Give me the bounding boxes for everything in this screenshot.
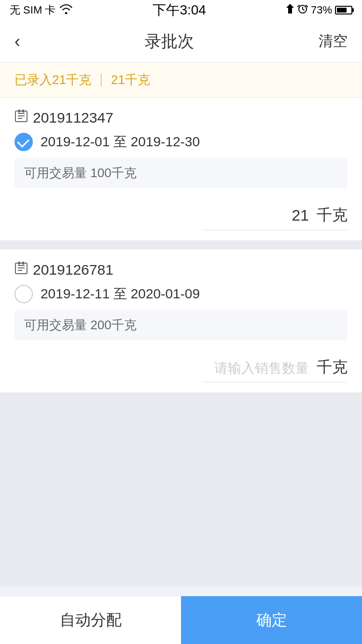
batch-1-detail: 2019112347 2019-12-01 至 2019-12-30 可用交易量… (0, 98, 362, 205)
clear-button[interactable]: 清空 (319, 31, 348, 51)
batch-2-radio[interactable] (14, 285, 33, 303)
alarm-icon (297, 3, 308, 17)
batch-2-quantity-row: 千克 (212, 357, 348, 378)
summary-divider (101, 73, 101, 87)
batch-1-number: 2019112347 (33, 110, 113, 126)
batch-1-unit: 千克 (317, 205, 348, 226)
batch-1-quantity-area: 千克 (0, 205, 362, 240)
batch-2-unit: 千克 (317, 357, 348, 378)
batch-2-avail: 可用交易量 200千克 (14, 310, 348, 340)
battery-icon (335, 6, 352, 14)
no-sim-label: 无 SIM 卡 (10, 3, 56, 17)
bottom-actions: 自动分配 确定 (0, 596, 362, 644)
summary-amount: 21千克 (111, 71, 150, 88)
svg-rect-7 (18, 110, 20, 112)
svg-rect-14 (22, 262, 24, 265)
batch-2-date: 2019-12-11 至 2020-01-09 (41, 285, 200, 303)
svg-rect-13 (18, 262, 20, 265)
batch-2-header: 2019126781 (14, 261, 348, 278)
nav-bar: ‹ 录批次 清空 (0, 20, 362, 63)
batch-1-date-row: 2019-12-01 至 2019-12-30 (14, 133, 348, 151)
batch-1-quantity-input[interactable] (212, 207, 309, 224)
location-icon (286, 3, 294, 17)
wifi-icon (59, 3, 73, 17)
back-button[interactable]: ‹ (14, 31, 20, 52)
batch-1-date: 2019-12-01 至 2019-12-30 (41, 133, 200, 151)
batch-1-quantity-row: 千克 (212, 205, 348, 226)
batch-2-quantity-input[interactable] (212, 359, 309, 377)
batch-1-separator (203, 230, 348, 230)
batch-2-detail: 2019126781 2019-12-11 至 2020-01-09 可用交易量… (0, 250, 362, 357)
batch-1-avail: 可用交易量 100千克 (14, 158, 348, 188)
empty-area (0, 393, 362, 586)
batch-card-2: 2019126781 2019-12-11 至 2020-01-09 可用交易量… (0, 250, 362, 392)
battery-percent: 73% (311, 4, 332, 16)
batch-1-radio[interactable] (14, 133, 33, 151)
auto-distribute-button[interactable]: 自动分配 (0, 596, 181, 644)
batch-1-header: 2019112347 (14, 109, 348, 126)
batch-1-icon (14, 109, 28, 126)
page-title: 录批次 (145, 30, 194, 53)
confirm-button[interactable]: 确定 (181, 596, 362, 644)
batch-2-icon (14, 261, 28, 278)
batch-2-quantity-area: 千克 (0, 357, 362, 392)
svg-rect-8 (22, 110, 24, 112)
batch-2-separator (203, 382, 348, 382)
status-bar: 无 SIM 卡 下午3:04 73% (0, 0, 362, 20)
section-divider (0, 241, 362, 250)
batch-card-1: 2019112347 2019-12-01 至 2019-12-30 可用交易量… (0, 98, 362, 240)
status-time: 下午3:04 (153, 1, 206, 19)
status-left: 无 SIM 卡 (10, 3, 73, 17)
status-right: 73% (286, 3, 352, 17)
summary-recorded: 已录入21千克 (14, 71, 91, 88)
summary-bar: 已录入21千克 21千克 (0, 63, 362, 98)
batch-2-number: 2019126781 (33, 262, 113, 278)
batch-2-date-row: 2019-12-11 至 2020-01-09 (14, 285, 348, 303)
svg-line-2 (303, 9, 304, 10)
